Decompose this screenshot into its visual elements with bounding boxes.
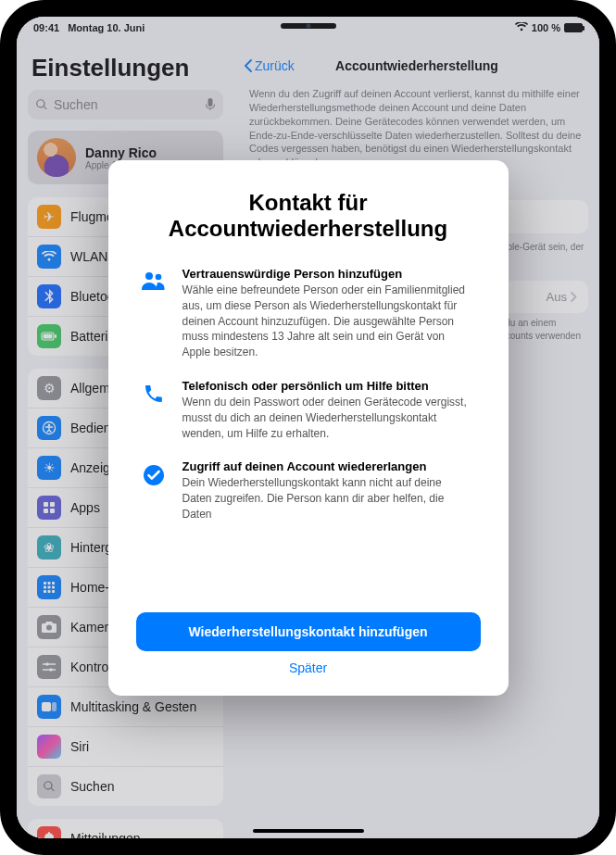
modal-bullet: Zugriff auf deinen Account wiedererlange…: [140, 459, 477, 522]
bullet-title: Zugriff auf deinen Account wiedererlange…: [182, 459, 477, 473]
checkmark-badge-icon: [140, 459, 168, 522]
modal-bullet: Telefonisch oder persönlich um Hilfe bit…: [140, 379, 477, 441]
bullet-title: Vertrauenswürdige Person hinzufügen: [182, 267, 477, 281]
people-icon: [140, 267, 168, 360]
bullet-body: Dein Wiederherstellungskontakt kann nich…: [182, 475, 477, 522]
svg-point-22: [145, 272, 153, 280]
bullet-title: Telefonisch oder persönlich um Hilfe bit…: [182, 379, 477, 393]
later-button[interactable]: Später: [136, 660, 481, 675]
modal-bullet: Vertrauenswürdige Person hinzufügen Wähl…: [140, 267, 477, 360]
add-recovery-contact-button[interactable]: Wiederherstellungskontakt hinzufügen: [136, 612, 481, 651]
modal-title: Kontakt fürAccountwiederherstellung: [136, 190, 481, 244]
front-camera: [281, 23, 336, 29]
bullet-body: Wenn du dein Passwort oder deinen Geräte…: [182, 395, 477, 441]
recovery-contact-modal: Kontakt fürAccountwiederherstellung Vert…: [108, 160, 509, 696]
svg-point-23: [155, 274, 161, 281]
phone-icon: [140, 379, 168, 441]
bullet-body: Wähle eine befreundete Person oder ein F…: [182, 283, 477, 360]
home-indicator[interactable]: [253, 829, 364, 833]
